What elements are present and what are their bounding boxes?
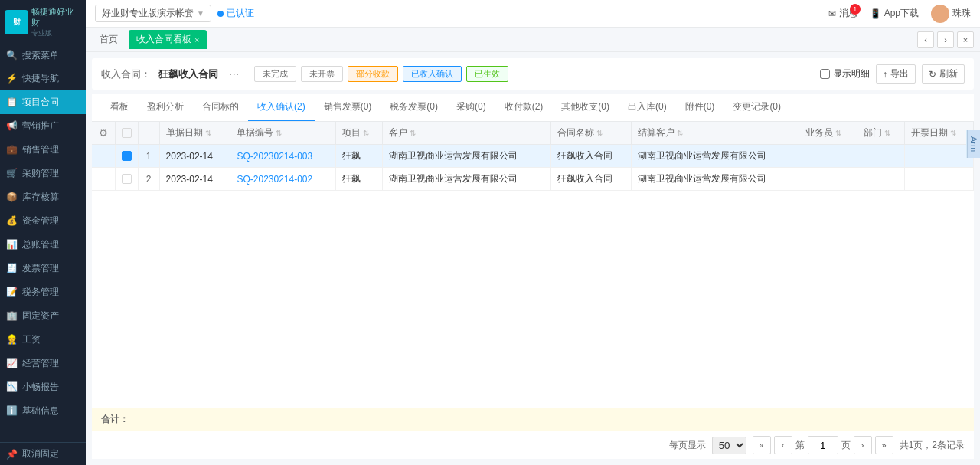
subtab-profit[interactable]: 盈利分析 <box>138 94 193 121</box>
row2-order-no[interactable]: SQ-20230214-002 <box>230 168 335 191</box>
verified-dot <box>217 11 224 17</box>
sort-customer-icon: ⇅ <box>410 129 416 137</box>
quicknav-icon: ⚡ <box>6 73 18 84</box>
status-not-invoiced[interactable]: 未开票 <box>301 66 343 82</box>
app-download-button[interactable]: 📱 App下载 <box>870 7 919 20</box>
th-billing-customer[interactable]: 结算客户 ⇅ <box>632 122 799 145</box>
row2-order-link[interactable]: SQ-20230214-002 <box>237 174 312 185</box>
page-size-select[interactable]: 50 <box>712 437 746 454</box>
subtab-payment[interactable]: 收付款(2) <box>495 94 553 121</box>
select-all-checkbox[interactable] <box>122 128 132 138</box>
th-project[interactable]: 项目 ⇅ <box>335 122 383 145</box>
table-row[interactable]: 1 2023-02-14 SQ-20230214-003 狂飙 湖南卫视商业运营… <box>92 145 974 168</box>
sidebar-item-purchase[interactable]: 🛒 采购管理 <box>0 162 86 185</box>
export-button[interactable]: ↑ 导出 <box>876 64 916 84</box>
row2-checkbox[interactable] <box>115 168 138 191</box>
th-department[interactable]: 部门 ⇅ <box>858 122 905 145</box>
arm-tool-button[interactable]: Arm <box>967 130 980 158</box>
tab-close-all-button[interactable]: × <box>957 31 974 48</box>
status-revenue-confirmed[interactable]: 已收入确认 <box>403 66 462 82</box>
tab-next-button[interactable]: › <box>937 31 954 48</box>
tab-close-button[interactable]: × <box>194 35 199 44</box>
row1-order-no[interactable]: SQ-20230214-003 <box>230 145 335 168</box>
subtab-tax-invoice[interactable]: 税务发票(0) <box>381 94 447 121</box>
subtab-purchase[interactable]: 采购(0) <box>447 94 495 121</box>
message-button[interactable]: ✉ 消息 1 <box>828 7 858 20</box>
page-size-label: 每页显示 <box>669 439 706 452</box>
last-page-button[interactable]: » <box>875 436 893 454</box>
sidebar-item-capital[interactable]: 💰 资金管理 <box>0 209 86 233</box>
sidebar-item-marketing[interactable]: 📢 营销推广 <box>0 114 86 138</box>
app-logo: 财 畅捷通好业财 专业版 <box>0 0 86 44</box>
row1-checkbox[interactable] <box>115 145 138 168</box>
sidebar-item-tax[interactable]: 📝 税务管理 <box>0 280 86 304</box>
th-order-no[interactable]: 单据编号 ⇅ <box>230 122 335 145</box>
subtab-inout[interactable]: 出入库(0) <box>619 94 676 121</box>
sort-date-icon: ⇅ <box>205 129 211 137</box>
avatar <box>931 5 949 23</box>
th-checkbox[interactable] <box>115 122 138 145</box>
first-page-button[interactable]: « <box>753 436 771 454</box>
tab-prev-button[interactable]: ‹ <box>917 31 934 48</box>
row1-department <box>858 145 905 168</box>
sidebar-item-basic[interactable]: ℹ️ 基础信息 <box>0 399 86 423</box>
sidebar-item-project[interactable]: 📋 项目合同 <box>0 90 86 114</box>
subtab-sales-invoice[interactable]: 销售发票(0) <box>315 94 381 121</box>
th-customer[interactable]: 客户 ⇅ <box>383 122 550 145</box>
row2-num: 2 <box>138 168 159 191</box>
download-icon: 📱 <box>870 8 881 19</box>
status-partial-received[interactable]: 部分收款 <box>348 66 398 82</box>
sidebar-item-sales[interactable]: 💼 销售管理 <box>0 138 86 162</box>
th-settings[interactable]: ⚙ <box>92 122 115 145</box>
sidebar-item-report[interactable]: 📉 小畅报告 <box>0 375 86 399</box>
topbar: 好业财专业版演示帐套 ▼ 已认证 ✉ 消息 1 📱 App下载 珠珠 <box>86 0 980 28</box>
th-salesperson[interactable]: 业务员 ⇅ <box>799 122 858 145</box>
status-effective[interactable]: 已生效 <box>466 66 508 82</box>
th-invoice-date[interactable]: 开票日期 ⇅ <box>904 122 973 145</box>
show-detail-checkbox[interactable]: 显示明细 <box>820 64 870 84</box>
sidebar-search[interactable]: 🔍 搜索菜单 <box>0 44 86 67</box>
row2-settings <box>92 168 115 191</box>
th-date[interactable]: 单据日期 ⇅ <box>159 122 230 145</box>
home-tab[interactable]: 首页 <box>92 30 126 49</box>
subtab-subject[interactable]: 合同标的 <box>193 94 248 121</box>
page-number-input[interactable] <box>808 436 838 454</box>
sidebar-item-labor[interactable]: 👷 工资 <box>0 328 86 352</box>
subtab-board[interactable]: 看板 <box>101 94 138 121</box>
row2-checkbox-input[interactable] <box>122 174 132 184</box>
settings-icon[interactable]: ⚙ <box>99 127 108 139</box>
row1-invoice-date <box>904 145 973 168</box>
table-wrapper[interactable]: ⚙ 单据日期 ⇅ <box>92 122 974 408</box>
refresh-button[interactable]: ↻ 刷新 <box>922 64 965 84</box>
row1-order-link[interactable]: SQ-20230214-003 <box>237 151 312 162</box>
sidebar-item-biz[interactable]: 📈 经营管理 <box>0 352 86 375</box>
subtab-other[interactable]: 其他收支(0) <box>552 94 619 121</box>
more-menu-icon[interactable]: ··· <box>229 67 239 81</box>
logo-icon: 财 <box>5 10 28 34</box>
status-not-complete[interactable]: 未完成 <box>254 66 296 82</box>
active-tab[interactable]: 收入合同看板 × <box>129 30 207 49</box>
subtab-revenue[interactable]: 收入确认(2) <box>248 94 315 121</box>
table-row[interactable]: 2 2023-02-14 SQ-20230214-002 狂飙 湖南卫视商业运营… <box>92 168 974 191</box>
sidebar-bottom: 📌 取消固定 <box>0 442 86 465</box>
pagination-bar: 每页显示 50 « ‹ 第 页 › » 共1页，2条记录 <box>92 431 974 459</box>
subtab-attachment[interactable]: 附件(0) <box>676 94 724 121</box>
marketing-icon: 📢 <box>6 120 18 131</box>
sidebar-item-inventory[interactable]: 📦 库存核算 <box>0 185 86 209</box>
company-selector[interactable]: 好业财专业版演示帐套 ▼ <box>95 5 211 22</box>
sidebar-item-fixed[interactable]: 🏢 固定资产 <box>0 304 86 328</box>
next-page-button[interactable]: › <box>854 436 872 454</box>
row1-checkbox-input[interactable] <box>122 151 132 161</box>
subtab-changes[interactable]: 变更记录(0) <box>724 94 790 121</box>
sidebar-cancel-fixed[interactable]: 📌 取消固定 <box>0 443 86 465</box>
sidebar-item-invoice[interactable]: 🧾 发票管理 <box>0 257 86 280</box>
prev-page-button[interactable]: ‹ <box>774 436 792 454</box>
sidebar-item-ledger[interactable]: 📊 总账管理 <box>0 233 86 257</box>
inventory-icon: 📦 <box>6 192 18 202</box>
user-avatar[interactable]: 珠珠 <box>931 5 971 23</box>
sidebar-item-quicknav[interactable]: ⚡ 快捷导航 <box>0 67 86 90</box>
th-contract-name[interactable]: 合同名称 ⇅ <box>550 122 631 145</box>
row1-billing-customer: 湖南卫视商业运营发展有限公司 <box>632 145 799 168</box>
invoice-icon: 🧾 <box>6 263 18 273</box>
detail-checkbox-input[interactable] <box>820 69 830 79</box>
